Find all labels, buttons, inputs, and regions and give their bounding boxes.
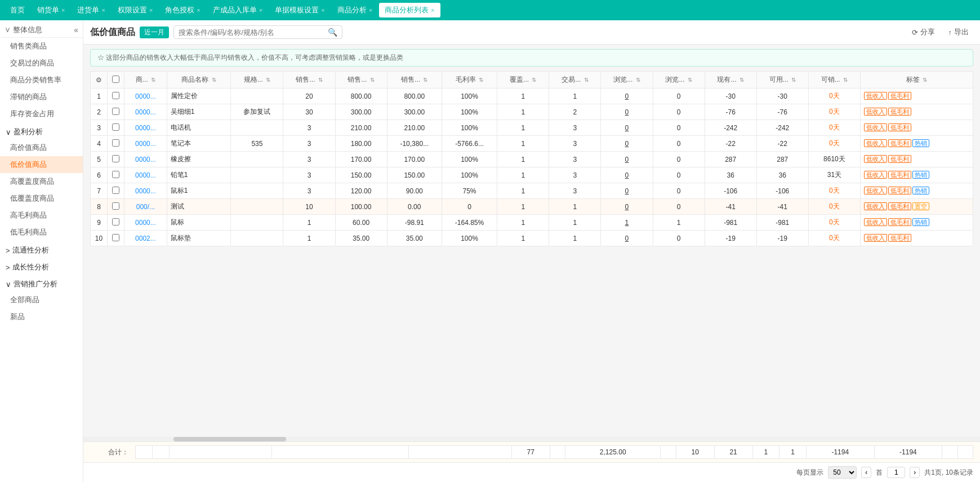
col-price-header[interactable]: 销售... ⇅: [335, 72, 387, 89]
sidebar-item-high-margin[interactable]: 高毛利商品: [0, 207, 83, 224]
row-select-checkbox[interactable]: [112, 234, 119, 241]
row-code[interactable]: 0002...: [124, 231, 167, 246]
browse1-link[interactable]: 0: [625, 124, 629, 132]
row-checkbox[interactable]: [108, 120, 124, 136]
close-icon[interactable]: ×: [61, 7, 65, 14]
browse1-link[interactable]: 0: [625, 235, 629, 242]
col-gross-header[interactable]: 毛利率 ⇅: [442, 72, 497, 89]
col-stock-header[interactable]: 现有... ⇅: [705, 72, 756, 89]
row-browse1[interactable]: 0: [601, 120, 653, 136]
export-button[interactable]: ↑ 导出: [944, 25, 974, 39]
sidebar-item-high-coverage[interactable]: 高覆盖度商品: [0, 173, 83, 190]
row-code[interactable]: 0000...: [124, 183, 167, 199]
collapse-button[interactable]: «: [74, 25, 78, 34]
search-icon[interactable]: 🔍: [328, 28, 337, 37]
browse1-link[interactable]: 0: [625, 171, 629, 179]
row-select-checkbox[interactable]: [112, 139, 119, 147]
row-code[interactable]: 000/...: [124, 199, 167, 215]
close-icon[interactable]: ×: [321, 7, 324, 14]
col-saledays-header[interactable]: 可销... ⇅: [808, 72, 860, 89]
browse1-link[interactable]: 0: [625, 203, 629, 211]
close-icon[interactable]: ×: [197, 7, 200, 14]
row-code[interactable]: 0000...: [124, 136, 167, 152]
row-code[interactable]: 0000...: [124, 167, 167, 183]
sidebar-group-liquidity[interactable]: > 流通性分析: [0, 241, 83, 258]
row-browse1[interactable]: 0: [601, 89, 653, 104]
select-all-checkbox[interactable]: [112, 76, 119, 83]
row-select-checkbox[interactable]: [112, 108, 119, 115]
nav-product-analysis[interactable]: 商品分析 ×: [332, 3, 378, 17]
browse1-link[interactable]: 0: [625, 92, 629, 100]
close-icon[interactable]: ×: [149, 7, 153, 14]
sidebar-item-category-sales[interactable]: 商品分类销售率: [0, 72, 83, 89]
row-browse1[interactable]: 0: [601, 199, 653, 215]
row-select-checkbox[interactable]: [112, 155, 119, 162]
sidebar-item-high-value[interactable]: 高价值商品: [0, 139, 83, 156]
row-browse1[interactable]: 0: [601, 152, 653, 167]
nav-sales-order[interactable]: 销货单 ×: [32, 3, 70, 17]
col-qty-header[interactable]: 销售... ⇅: [283, 72, 335, 89]
row-select-checkbox[interactable]: [112, 218, 119, 225]
row-code[interactable]: 0000...: [124, 120, 167, 136]
row-browse1[interactable]: 0: [601, 183, 653, 199]
sidebar-item-low-coverage[interactable]: 低覆盖度商品: [0, 190, 83, 207]
col-spec-header[interactable]: 规格... ⇅: [231, 72, 283, 89]
row-select-checkbox[interactable]: [112, 202, 119, 210]
row-code[interactable]: 0000...: [124, 152, 167, 167]
browse1-link[interactable]: 0: [625, 140, 629, 148]
row-browse1[interactable]: 0: [601, 104, 653, 120]
nav-template-settings[interactable]: 单据模板设置 ×: [269, 3, 330, 17]
close-icon[interactable]: ×: [369, 7, 372, 14]
col-browse1-header[interactable]: 浏览... ⇅: [601, 72, 653, 89]
nav-purchase-order[interactable]: 进货单 ×: [72, 3, 110, 17]
sidebar-item-low-value[interactable]: 低价值商品: [0, 156, 83, 173]
nav-home[interactable]: 首页: [5, 3, 30, 17]
share-button[interactable]: ⟳ 分享: [907, 25, 939, 39]
browse1-link[interactable]: 0: [625, 187, 629, 195]
close-icon[interactable]: ×: [101, 7, 105, 14]
nav-permissions[interactable]: 权限设置 ×: [112, 3, 158, 17]
col-avail-header[interactable]: 可用... ⇅: [756, 72, 808, 89]
row-select-checkbox[interactable]: [112, 187, 119, 194]
row-checkbox[interactable]: [108, 104, 124, 120]
sidebar-item-new-products[interactable]: 新品: [0, 308, 83, 325]
browse1-link[interactable]: 1: [625, 219, 629, 227]
sidebar-item-traded[interactable]: 交易过的商品: [0, 55, 83, 72]
row-checkbox[interactable]: [108, 167, 124, 183]
date-filter-button[interactable]: 近一月: [140, 26, 169, 38]
close-icon[interactable]: ×: [259, 7, 262, 14]
row-browse1[interactable]: 0: [601, 167, 653, 183]
row-code[interactable]: 0000...: [124, 104, 167, 120]
sidebar-item-inventory-capital[interactable]: 库存资金占用: [0, 105, 83, 122]
first-page-button[interactable]: ‹: [861, 467, 871, 478]
col-name-header[interactable]: 商品名称 ⇅: [167, 72, 230, 89]
sidebar-group-growth[interactable]: > 成长性分析: [0, 258, 83, 275]
col-trade-header[interactable]: 交易... ⇅: [549, 72, 601, 89]
col-checkbox[interactable]: [108, 72, 124, 89]
row-code[interactable]: 0000...: [124, 89, 167, 104]
row-code[interactable]: 0000...: [124, 215, 167, 231]
sidebar-group-profit[interactable]: ∨ 盈利分析: [0, 122, 83, 139]
nav-product-analysis-list[interactable]: 商品分析列表 ×: [379, 3, 440, 17]
col-settings[interactable]: ⚙: [91, 72, 108, 89]
row-select-checkbox[interactable]: [112, 171, 119, 178]
row-browse1[interactable]: 1: [601, 215, 653, 231]
row-browse1[interactable]: 0: [601, 231, 653, 246]
sidebar-item-all-products[interactable]: 全部商品: [0, 291, 83, 308]
col-code-header[interactable]: 商... ⇅: [124, 72, 167, 89]
sidebar-item-low-margin[interactable]: 低毛利商品: [0, 224, 83, 241]
search-input[interactable]: [179, 28, 326, 37]
sidebar-item-sales-products[interactable]: 销售类商品: [0, 38, 83, 55]
row-checkbox[interactable]: [108, 183, 124, 199]
col-tags-header[interactable]: 标签 ⇅: [860, 72, 973, 89]
row-checkbox[interactable]: [108, 215, 124, 231]
sidebar-group-marketing[interactable]: ∨ 营销推广分析: [0, 275, 83, 291]
browse1-link[interactable]: 0: [625, 108, 629, 116]
col-amount-header[interactable]: 销售... ⇅: [387, 72, 442, 89]
scrollbar-thumb[interactable]: [173, 437, 286, 441]
row-select-checkbox[interactable]: [112, 123, 119, 131]
browse1-link[interactable]: 0: [625, 156, 629, 163]
close-icon[interactable]: ×: [431, 7, 434, 14]
page-number-input[interactable]: [887, 467, 905, 478]
row-checkbox[interactable]: [108, 231, 124, 246]
